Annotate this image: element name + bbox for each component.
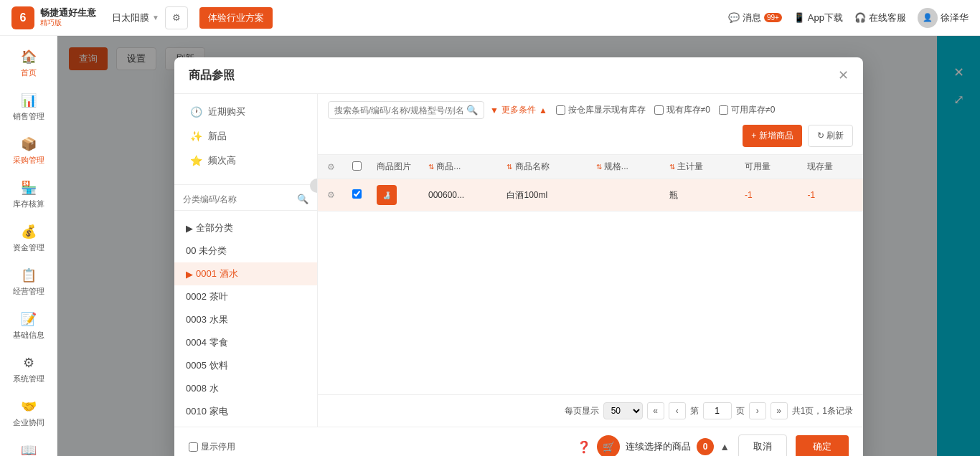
finance-icon: 💰 [21, 224, 37, 239]
warehouse-checkbox-label[interactable]: 按仓库显示现有库存 [556, 104, 646, 116]
modal-title: 商品参照 [189, 68, 235, 83]
total-info: 共1页，1条记录 [792, 405, 853, 417]
row-settings[interactable]: ⚙ [318, 179, 344, 212]
cart-icon[interactable]: 🛒 [597, 435, 620, 456]
message-item[interactable]: 💬 消息 99+ [728, 11, 782, 24]
product-toolbar: 🔍 ▼ 更多条件 ▲ 按仓库显示现有库存 [318, 94, 863, 155]
category-0001[interactable]: ▶ 0001 酒水 [174, 262, 317, 285]
logo-text: 畅捷通好生意 [40, 7, 96, 19]
right-panel: 🔍 ▼ 更多条件 ▲ 按仓库显示现有库存 [318, 94, 863, 427]
table-header-row: ⚙ 商品图片 ⇅ 商品... [318, 155, 863, 179]
guide-icon: 📖 [21, 442, 37, 456]
category-0005[interactable]: 0005 饮料 [174, 354, 317, 377]
filter-button[interactable]: ▼ 更多条件 ▲ [490, 104, 547, 116]
next-page-button[interactable]: › [749, 402, 766, 419]
col-select-all[interactable] [344, 155, 369, 179]
available-stock-checkbox-label[interactable]: 可用库存≠0 [719, 104, 775, 116]
home-icon: 🏠 [21, 49, 37, 65]
cancel-button[interactable]: 取消 [738, 434, 787, 456]
show-disabled-checkbox-label[interactable]: 显示停用 [189, 441, 235, 453]
current-stock-checkbox[interactable] [654, 105, 664, 115]
row-checkbox-cell[interactable] [344, 179, 369, 212]
category-list: ▶ 全部分类 00 未分类 ▶ 0001 酒水 0002 茶 [174, 211, 317, 427]
enterprise-icon: 🤝 [21, 399, 37, 414]
page-label: 第 [690, 405, 699, 417]
category-search-area: 🔍 [174, 188, 317, 211]
category-0002[interactable]: 0002 茶叶 [174, 285, 317, 308]
search-icon[interactable]: 🔍 [297, 194, 308, 204]
col-unit[interactable]: ⇅ 主计量 [662, 155, 738, 179]
modal-footer: 显示停用 ❓ 🛒 连续选择的商品 0 ▲ 取消 确定 [174, 427, 863, 456]
col-name[interactable]: ⇅ 商品名称 [499, 155, 588, 179]
modal-close-button[interactable]: ✕ [838, 67, 849, 83]
current-stock-checkbox-label[interactable]: 现有库存≠0 [654, 104, 710, 116]
frequent-tab[interactable]: ⭐ 频次高 [183, 150, 308, 171]
trial-button[interactable]: 体验行业方案 [199, 7, 273, 29]
per-page-select[interactable]: 50 100 200 [603, 402, 643, 419]
new-products-tab[interactable]: ✨ 新品 [183, 125, 308, 147]
category-0008[interactable]: 0008 水 [174, 377, 317, 400]
logo-icon: 6 [11, 6, 34, 29]
app-download-item[interactable]: 📱 App下载 [793, 11, 843, 24]
sidebar-item-operations[interactable]: 📋 经营管理 [0, 260, 57, 304]
sidebar-item-system[interactable]: ⚙ 系统管理 [0, 348, 57, 391]
collapse-cart-button[interactable]: ▲ [720, 441, 730, 452]
left-panel: 🕐 近期购买 ✨ 新品 ⭐ 频次高 [174, 94, 318, 427]
page-number-input[interactable] [703, 402, 732, 419]
refresh-button[interactable]: ↻ 刷新 [808, 125, 853, 147]
category-search-input[interactable] [183, 194, 293, 204]
clock-icon: 🕐 [190, 106, 202, 118]
row-code-cell: 000600... [421, 179, 499, 212]
product-reference-modal: 商品参照 ✕ 🕐 近期购买 ✨ 新 [174, 57, 863, 456]
help-icon[interactable]: ❓ [577, 440, 591, 454]
product-img-icon: 🍶 [382, 191, 391, 199]
select-all-checkbox[interactable] [352, 161, 362, 171]
available-stock-checkbox[interactable] [719, 105, 728, 115]
chevron-up-icon: ▲ [539, 105, 547, 115]
sidebar-item-basics[interactable]: 📝 基础信息 [0, 304, 57, 348]
category-0010[interactable]: 0010 家电 [174, 400, 317, 423]
recent-purchase-tab[interactable]: 🕐 近期购买 [183, 101, 308, 123]
user-info[interactable]: 👤 徐泽华 [918, 8, 969, 28]
gear-button[interactable]: ⚙ [165, 6, 188, 29]
sidebar-item-enterprise[interactable]: 🤝 企业协同 [0, 391, 57, 435]
chevron-down-icon: ▼ [152, 14, 159, 22]
top-navigation: 6 畅捷通好生意 精巧版 日太阳膜 ▼ ⚙ 体验行业方案 💬 消息 99+ 📱 … [0, 0, 980, 36]
gear-icon: ⚙ [172, 12, 181, 23]
product-search-input[interactable] [334, 105, 463, 115]
col-settings[interactable]: ⚙ [318, 155, 344, 179]
first-page-button[interactable]: « [647, 402, 664, 419]
show-disabled-checkbox[interactable] [189, 442, 198, 452]
category-0003[interactable]: 0003 水果 [174, 308, 317, 331]
search-submit-icon[interactable]: 🔍 [466, 105, 478, 115]
row-checkbox[interactable] [352, 189, 362, 199]
sidebar-item-finance[interactable]: 💰 资金管理 [0, 217, 57, 260]
online-service-item[interactable]: 🎧 在线客服 [854, 11, 906, 24]
sidebar-item-home[interactable]: 🏠 首页 [0, 42, 57, 85]
left-panel-tabs: 🕐 近期购买 ✨ 新品 ⭐ 频次高 [174, 94, 317, 179]
col-code[interactable]: ⇅ 商品... [421, 155, 499, 179]
confirm-button[interactable]: 确定 [796, 435, 849, 456]
basics-icon: 📝 [21, 311, 37, 327]
prev-page-button[interactable]: ‹ [669, 402, 686, 419]
pagination: 每页显示 50 100 200 « ‹ 第 页 › [318, 394, 863, 427]
sort-icon-unit: ⇅ [669, 163, 675, 171]
category-0004[interactable]: 0004 零食 [174, 331, 317, 354]
sidebar-item-guide[interactable]: 📖 新手引导 [0, 435, 57, 456]
table-row[interactable]: ⚙ 🍶 [318, 179, 863, 212]
cart-info: ❓ 🛒 连续选择的商品 0 ▲ [577, 435, 730, 456]
sidebar-item-sales[interactable]: 📊 销售管理 [0, 85, 57, 129]
last-page-button[interactable]: » [771, 402, 788, 419]
col-spec[interactable]: ⇅ 规格... [589, 155, 662, 179]
add-product-button[interactable]: + 新增商品 [743, 125, 801, 147]
headset-icon: 🎧 [854, 12, 866, 23]
sidebar-item-inventory[interactable]: 🏪 库存核算 [0, 173, 57, 217]
sidebar-item-purchase[interactable]: 📦 采购管理 [0, 129, 57, 173]
inventory-icon: 🏪 [21, 180, 37, 196]
filter-icon: ▼ [490, 105, 499, 115]
warehouse-checkbox[interactable] [556, 105, 565, 115]
nav-selector[interactable]: 日太阳膜 ▼ [112, 11, 159, 24]
category-all[interactable]: ▶ 全部分类 [174, 217, 317, 239]
category-00[interactable]: 00 未分类 [174, 239, 317, 262]
username: 徐泽华 [941, 11, 969, 24]
